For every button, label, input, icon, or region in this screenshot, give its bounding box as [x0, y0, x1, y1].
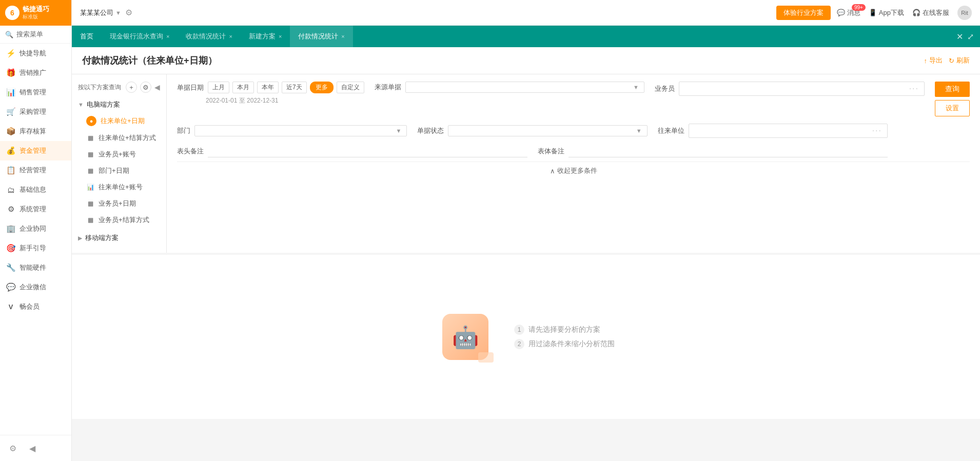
date-btn-this-month[interactable]: 本月	[232, 82, 254, 93]
search-menu-label: 搜索菜单	[16, 30, 43, 39]
online-service-action[interactable]: 🎧 在线客服	[912, 8, 949, 17]
tab-payment-stats[interactable]: 付款情况统计 ×	[290, 26, 352, 47]
marketing-label: 营销推广	[19, 68, 46, 77]
scheme-item-partner-date-label: 往来单位+日期	[101, 116, 145, 126]
window-close-btn[interactable]: ✕	[956, 32, 963, 42]
sidebar-item-member[interactable]: V 畅会员	[0, 297, 71, 316]
date-filter-field: 单据日期 上月 本月 本年 近7天 更多 自定义	[177, 82, 364, 93]
tab-new-scheme-close[interactable]: ×	[279, 33, 282, 39]
sidebar-item-basic-info[interactable]: 🗂 基础信息	[0, 180, 71, 199]
topbar-user-area[interactable]: 某某某公司 ▼	[80, 8, 121, 17]
hardware-label: 智能硬件	[19, 263, 46, 272]
scheme-item-dept-date[interactable]: ▦ 部门+日期	[72, 163, 166, 179]
search-menu[interactable]: 🔍 搜索菜单	[0, 26, 71, 44]
operations-icon: 📋	[6, 166, 15, 175]
main-area: 某某某公司 ▼ ⚙ 体验行业方案 💬 消息 99+ 📱 App下载 🎧 在线客服…	[72, 0, 980, 461]
tab-new-scheme[interactable]: 新建方案 ×	[241, 26, 290, 47]
logo-text: 畅捷通巧	[23, 5, 49, 13]
status-label: 单据状态	[417, 126, 444, 135]
scheme-item-partner-account[interactable]: 📊 往来单位+账号	[72, 179, 166, 195]
date-btn-custom[interactable]: 自定义	[337, 82, 364, 93]
scheme-item-staff-date-label: 业务员+日期	[99, 199, 136, 208]
sidebar-item-purchase[interactable]: 🛒 采购管理	[0, 102, 71, 122]
sidebar-item-marketing[interactable]: 🎁 营销推广	[0, 63, 71, 83]
table-header-note-input[interactable]	[208, 145, 527, 157]
hint-num-2: 2	[514, 339, 524, 349]
empty-hint-2: 2 用过滤条件来缩小分析范围	[514, 339, 615, 349]
scheme-item-staff-settlement[interactable]: ▦ 业务员+结算方式	[72, 212, 166, 228]
scheme-group-desktop-header[interactable]: ▼ 电脑端方案	[72, 97, 166, 112]
window-maximize-btn[interactable]: ⤢	[967, 32, 974, 42]
scheme-item-icon-chart: 📊	[86, 183, 94, 191]
sidebar: 6 畅捷通巧 标准版 🔍 搜索菜单 ⚡ 快捷导航 🎁 营销推广 📊 销售管理 🛒…	[0, 0, 72, 461]
status-select[interactable]: ▼	[448, 125, 647, 136]
hardware-icon: 🔧	[6, 263, 15, 272]
refresh-label: 刷新	[956, 56, 970, 65]
table-body-note-field: 表体备注	[538, 145, 888, 157]
source-filter-field: 来源单据 ▼	[375, 82, 644, 93]
logo-sub: 标准版	[23, 13, 49, 21]
dept-select[interactable]: ▼	[194, 125, 407, 136]
tab-bank-flow-close[interactable]: ×	[166, 33, 169, 39]
inventory-icon: 📦	[6, 127, 15, 136]
robot-emoji: 🤖	[452, 325, 479, 350]
sales-label: 销售管理	[19, 88, 46, 97]
sidebar-item-sales[interactable]: 📊 销售管理	[0, 83, 71, 102]
source-select[interactable]: ▼	[405, 82, 644, 93]
app-download-action[interactable]: 📱 App下载	[869, 8, 904, 17]
collapse-icon: ∧	[550, 167, 555, 175]
scheme-collapse-btn[interactable]: ◀	[154, 83, 160, 91]
tab-receipt-stats[interactable]: 收款情况统计 ×	[178, 26, 240, 47]
scheme-settings-btn[interactable]: ⚙	[140, 82, 151, 93]
avatar[interactable]: Rit	[957, 6, 972, 20]
filter-panel: 按以下方案查询 + ⚙ ◀ ▼ 电脑端方案 ● 往来单位+日期	[72, 74, 980, 253]
date-btn-more[interactable]: 更多	[310, 82, 334, 93]
app-download-icon: 📱	[869, 9, 877, 16]
table-body-note-input[interactable]	[569, 145, 888, 157]
scheme-item-staff-date[interactable]: ▦ 业务员+日期	[72, 195, 166, 212]
query-btn[interactable]: 查询	[935, 82, 970, 97]
date-btn-last-month[interactable]: 上月	[208, 82, 229, 93]
partner-input-container[interactable]: ···	[689, 124, 888, 138]
tab-home[interactable]: 首页	[72, 26, 102, 47]
sidebar-item-hardware[interactable]: 🔧 智能硬件	[0, 258, 71, 277]
sidebar-item-enterprise[interactable]: 🏢 企业协同	[0, 219, 71, 238]
scheme-item-partner-date[interactable]: ● 往来单位+日期	[72, 112, 166, 130]
scheme-item-partner-settlement[interactable]: ▦ 往来单位+结算方式	[72, 130, 166, 146]
scheme-add-btn[interactable]: +	[126, 82, 137, 93]
scheme-item-partner-settlement-label: 往来单位+结算方式	[99, 133, 156, 143]
tab-bank-flow[interactable]: 现金银行流水查询 ×	[102, 26, 178, 47]
staff-input-container[interactable]: ···	[679, 82, 925, 96]
tab-payment-stats-close[interactable]: ×	[341, 33, 344, 39]
filter-settings-btn[interactable]: 设置	[935, 100, 970, 116]
topbar-settings-icon[interactable]: ⚙	[125, 8, 132, 17]
scheme-group-mobile-header[interactable]: ▶ 移动端方案	[72, 230, 166, 246]
tab-new-scheme-label: 新建方案	[249, 32, 276, 41]
refresh-btn[interactable]: ↻ 刷新	[949, 56, 970, 65]
export-icon: ↑	[924, 57, 928, 65]
date-btn-this-year[interactable]: 本年	[257, 82, 279, 93]
collapse-label: 收起更多条件	[557, 166, 597, 175]
page-actions: ↑ 导出 ↻ 刷新	[924, 56, 970, 65]
sidebar-settings-btn[interactable]: ⚙	[5, 440, 21, 456]
export-btn[interactable]: ↑ 导出	[924, 56, 943, 65]
sidebar-item-system[interactable]: ⚙ 系统管理	[0, 199, 71, 219]
sidebar-collapse-btn[interactable]: ◀	[25, 440, 40, 456]
sidebar-item-wechat[interactable]: 💬 企业微信	[0, 277, 71, 297]
sidebar-item-inventory[interactable]: 📦 库存核算	[0, 122, 71, 141]
sidebar-item-guide[interactable]: 🎯 新手引导	[0, 238, 71, 258]
collapse-more-btn[interactable]: ∧ 收起更多条件	[550, 166, 597, 175]
guide-label: 新手引导	[19, 244, 46, 253]
sidebar-item-finance[interactable]: 💰 资金管理	[0, 141, 71, 161]
sidebar-item-operations[interactable]: 📋 经营管理	[0, 161, 71, 180]
table-header-note-field: 表头备注	[177, 145, 527, 157]
messages-action[interactable]: 💬 消息 99+	[837, 8, 860, 17]
tab-receipt-stats-close[interactable]: ×	[229, 33, 232, 39]
sidebar-item-quick-nav[interactable]: ⚡ 快捷导航	[0, 44, 71, 63]
marketing-icon: 🎁	[6, 68, 15, 77]
trial-btn[interactable]: 体验行业方案	[776, 6, 831, 20]
purchase-label: 采购管理	[19, 107, 46, 116]
empty-hint-1: 1 请先选择要分析的方案	[514, 325, 615, 335]
date-btn-last-7days[interactable]: 近7天	[282, 82, 307, 93]
scheme-item-staff-account[interactable]: ▦ 业务员+账号	[72, 146, 166, 163]
